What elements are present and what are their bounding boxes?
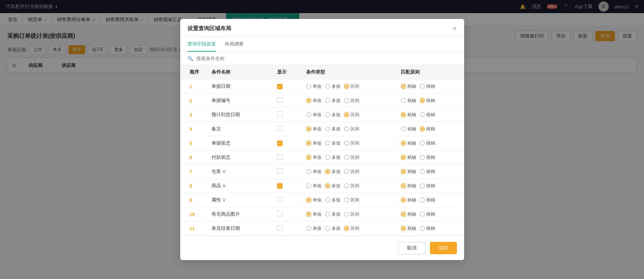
radio-item[interactable]: 精确: [401, 126, 416, 132]
radio-item[interactable]: 多值: [325, 126, 340, 132]
display-checkbox[interactable]: [277, 211, 283, 216]
radio-dot[interactable]: [420, 226, 425, 231]
radio-item[interactable]: 精确: [401, 154, 416, 161]
radio-item[interactable]: 单值: [306, 183, 321, 189]
radio-dot[interactable]: [306, 98, 311, 103]
radio-item[interactable]: 单值: [306, 140, 321, 146]
radio-dot[interactable]: [325, 141, 330, 146]
radio-dot[interactable]: [306, 183, 311, 188]
radio-dot[interactable]: [325, 169, 330, 174]
dialog-close-icon[interactable]: ×: [453, 25, 457, 32]
radio-dot[interactable]: [306, 212, 311, 217]
cancel-button[interactable]: 取消: [398, 242, 426, 254]
radio-item[interactable]: 多值: [325, 83, 340, 90]
radio-item[interactable]: 区间: [344, 112, 359, 118]
radio-item[interactable]: 多值: [325, 98, 340, 104]
radio-dot[interactable]: [420, 126, 425, 131]
radio-item[interactable]: 模糊: [420, 225, 435, 232]
radio-dot[interactable]: [344, 155, 349, 160]
row-checkbox-cell[interactable]: [275, 193, 304, 207]
radio-dot[interactable]: [306, 169, 311, 174]
radio-item[interactable]: 多值: [325, 211, 340, 217]
radio-item[interactable]: 多值: [325, 169, 340, 175]
radio-item[interactable]: 区间: [344, 154, 359, 161]
display-checkbox[interactable]: [277, 141, 283, 146]
radio-item[interactable]: 精确: [401, 183, 416, 189]
radio-item[interactable]: 区间: [344, 83, 359, 90]
radio-dot[interactable]: [401, 212, 406, 217]
row-checkbox-cell[interactable]: [275, 179, 304, 192]
display-checkbox[interactable]: [277, 126, 283, 131]
radio-item[interactable]: 单值: [306, 126, 321, 132]
radio-dot[interactable]: [401, 183, 406, 188]
radio-item[interactable]: 单值: [306, 98, 321, 104]
display-checkbox[interactable]: [277, 225, 283, 231]
radio-dot[interactable]: [344, 126, 349, 131]
display-checkbox[interactable]: [277, 154, 283, 160]
row-checkbox-cell[interactable]: [275, 108, 304, 122]
radio-dot[interactable]: [306, 84, 311, 89]
radio-item[interactable]: 单值: [306, 225, 321, 232]
row-checkbox-cell[interactable]: [275, 165, 304, 178]
radio-item[interactable]: 区间: [344, 126, 359, 132]
radio-dot[interactable]: [325, 155, 330, 160]
radio-dot[interactable]: [420, 112, 425, 117]
row-checkbox-cell[interactable]: [275, 150, 304, 164]
radio-item[interactable]: 区间: [344, 211, 359, 217]
radio-item[interactable]: 精确: [401, 140, 416, 146]
display-checkbox[interactable]: [277, 183, 283, 189]
radio-dot[interactable]: [401, 98, 406, 103]
radio-dot[interactable]: [325, 84, 330, 89]
radio-dot[interactable]: [325, 126, 330, 131]
radio-item[interactable]: 区间: [344, 169, 359, 175]
radio-dot[interactable]: [401, 141, 406, 146]
radio-dot[interactable]: [306, 141, 311, 146]
radio-dot[interactable]: [420, 197, 425, 203]
radio-dot[interactable]: [420, 183, 425, 188]
radio-dot[interactable]: [325, 183, 330, 188]
radio-item[interactable]: 多值: [325, 140, 340, 146]
display-checkbox[interactable]: [277, 168, 283, 174]
display-checkbox[interactable]: [277, 111, 283, 117]
radio-item[interactable]: 模糊: [420, 169, 435, 175]
radio-item[interactable]: 单值: [306, 197, 321, 203]
radio-item[interactable]: 多值: [325, 197, 340, 203]
radio-dot[interactable]: [401, 155, 406, 160]
radio-item[interactable]: 精确: [401, 83, 416, 90]
radio-dot[interactable]: [401, 126, 406, 131]
radio-dot[interactable]: [401, 197, 406, 203]
radio-item[interactable]: 多值: [325, 112, 340, 118]
radio-item[interactable]: 精确: [401, 211, 416, 217]
radio-dot[interactable]: [325, 197, 330, 203]
display-checkbox[interactable]: [277, 97, 283, 103]
radio-item[interactable]: 区间: [344, 225, 359, 232]
radio-item[interactable]: 区间: [344, 140, 359, 146]
display-checkbox[interactable]: [277, 84, 283, 89]
radio-dot[interactable]: [344, 183, 349, 188]
tab-field-settings[interactable]: 查询字段设置: [187, 37, 216, 52]
display-checkbox[interactable]: [277, 197, 283, 202]
radio-dot[interactable]: [325, 98, 330, 103]
radio-dot[interactable]: [401, 169, 406, 174]
radio-dot[interactable]: [420, 98, 425, 103]
row-checkbox-cell[interactable]: [275, 137, 304, 150]
radio-dot[interactable]: [344, 98, 349, 103]
radio-dot[interactable]: [306, 226, 311, 231]
radio-item[interactable]: 多值: [325, 225, 340, 232]
radio-item[interactable]: 多值: [325, 154, 340, 161]
row-checkbox-cell[interactable]: [275, 221, 304, 235]
radio-dot[interactable]: [325, 226, 330, 231]
radio-item[interactable]: 模糊: [420, 154, 435, 161]
radio-dot[interactable]: [306, 155, 311, 160]
radio-item[interactable]: 单值: [306, 211, 321, 217]
radio-dot[interactable]: [420, 141, 425, 146]
tab-layout-adjust[interactable]: 布局调整: [225, 37, 244, 52]
radio-item[interactable]: 模糊: [420, 98, 435, 104]
radio-item[interactable]: 模糊: [420, 83, 435, 90]
radio-dot[interactable]: [344, 84, 349, 89]
radio-dot[interactable]: [344, 226, 349, 231]
radio-item[interactable]: 单值: [306, 154, 321, 161]
radio-item[interactable]: 精确: [401, 197, 416, 203]
radio-item[interactable]: 单值: [306, 169, 321, 175]
radio-item[interactable]: 模糊: [420, 211, 435, 217]
